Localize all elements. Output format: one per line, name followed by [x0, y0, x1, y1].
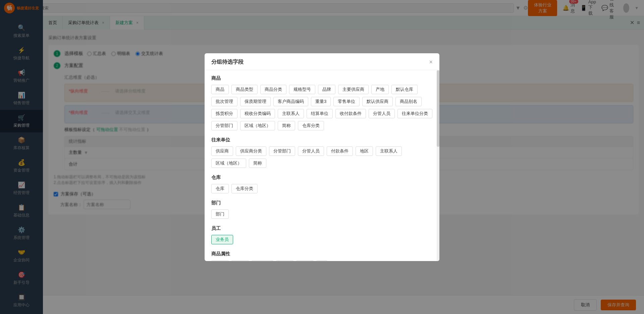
field-tag-contact-person[interactable]: 主联系人: [376, 146, 402, 156]
field-tag-retail-unit[interactable]: 零售单位: [333, 97, 360, 106]
modal-close-btn[interactable]: ×: [429, 59, 433, 65]
modal-header: 分组待选字段 ×: [205, 53, 439, 70]
field-tag-default-supplier[interactable]: 默认供应商: [362, 97, 393, 106]
field-tag-brand[interactable]: 品牌: [318, 85, 335, 94]
field-tag-short-name2[interactable]: 简称: [249, 159, 266, 168]
field-tag-payment-terms[interactable]: 收付款条件: [335, 109, 366, 118]
field-tag-pickup-points[interactable]: 拣货积分: [211, 109, 237, 118]
field-tag-color[interactable]: 颜色: [231, 260, 249, 261]
field-tag-area[interactable]: 地区: [356, 146, 373, 156]
scrollbar-track: [437, 70, 439, 261]
field-tag-warehouse[interactable]: 仓库: [211, 184, 229, 193]
field-tag-batch-mgmt[interactable]: 批次管理: [211, 97, 237, 106]
field-section-title-product-attr: 商品属性: [211, 251, 433, 257]
field-tag-main-supplier[interactable]: 主要供应商: [338, 85, 369, 94]
field-section-product-attr: 商品属性 属性 颜色 多规格 尺码 鞋码 1: [211, 251, 433, 261]
field-tag-short-name[interactable]: 简称: [278, 121, 295, 130]
field-tag-payment-condition[interactable]: 付款条件: [327, 146, 353, 156]
field-tag-weight3[interactable]: 重量3: [311, 97, 331, 106]
field-tag-product-type[interactable]: 商品类型: [231, 85, 258, 94]
field-tag-dept[interactable]: 部门: [211, 209, 229, 219]
field-section-title-product: 商品: [211, 75, 433, 81]
field-section-title-staff: 员工: [211, 226, 433, 232]
field-tag-settlement-unit[interactable]: 结算单位: [307, 109, 333, 118]
field-tag-attr[interactable]: 属性: [211, 260, 229, 261]
field-tag-main-contact[interactable]: 主联系人: [278, 109, 304, 118]
field-tag-region[interactable]: 区域（地区）: [240, 121, 275, 130]
field-tag-default-warehouse[interactable]: 默认仓库: [391, 85, 418, 94]
field-tag-source-unit-cat[interactable]: 往来单位分类: [397, 109, 432, 118]
modal-title: 分组待选字段: [211, 59, 244, 66]
field-section-title-dept: 部门: [211, 200, 433, 206]
field-tag-mgmt-person[interactable]: 分管人员: [298, 146, 324, 156]
field-section-warehouse: 仓库 仓库 仓库分类: [211, 175, 433, 193]
modal-overlay: 分组待选字段 × 商品 商品 商品类型 商品分类 规格型号 品牌 主要供应商 产…: [0, 0, 644, 314]
field-tag-customer-code[interactable]: 客户商品编码: [273, 97, 308, 106]
field-tag-expiry-mgmt[interactable]: 保质期管理: [240, 97, 271, 106]
field-tags-staff: 业务员: [211, 235, 433, 244]
field-tag-one[interactable]: 1: [316, 260, 327, 261]
scrollbar-thumb[interactable]: [437, 70, 439, 147]
field-tags-product-attr: 属性 颜色 多规格 尺码 鞋码 1: [211, 260, 433, 261]
modal-dialog: 分组待选字段 × 商品 商品 商品类型 商品分类 规格型号 品牌 主要供应商 产…: [205, 53, 439, 261]
field-tag-product-category[interactable]: 商品分类: [260, 85, 286, 94]
field-tag-shoe-code[interactable]: 鞋码: [296, 260, 314, 261]
field-tags-warehouse: 仓库 仓库分类: [211, 184, 433, 193]
field-tag-salesperson[interactable]: 业务员: [211, 235, 233, 244]
field-section-title-warehouse: 仓库: [211, 175, 433, 181]
field-tags-counterparty: 供应商 供应商分类 分管部门 分管人员 付款条件 地区 主联系人 区域（地区） …: [211, 146, 433, 168]
field-tag-supplier-category[interactable]: 供应商分类: [236, 146, 266, 156]
field-tag-region2[interactable]: 区域（地区）: [211, 159, 246, 168]
field-section-dept: 部门 部门: [211, 200, 433, 219]
field-tag-supplier[interactable]: 供应商: [211, 146, 233, 156]
field-tag-product[interactable]: 商品: [211, 85, 229, 94]
field-tag-multi-spec[interactable]: 多规格: [252, 260, 273, 261]
field-tag-product-alias[interactable]: 商品别名: [395, 97, 422, 106]
field-section-product: 商品 商品 商品类型 商品分类 规格型号 品牌 主要供应商 产地 默认仓库 批次…: [211, 75, 433, 130]
modal-body[interactable]: 商品 商品 商品类型 商品分类 规格型号 品牌 主要供应商 产地 默认仓库 批次…: [205, 70, 439, 261]
field-section-staff: 员工 业务员: [211, 226, 433, 244]
field-tag-warehouse-category[interactable]: 仓库分类: [298, 121, 324, 130]
field-tag-supervisor-dept[interactable]: 分管部门: [211, 121, 237, 130]
field-tag-supervisor[interactable]: 分管人员: [369, 109, 395, 118]
field-section-counterparty: 往来单位 供应商 供应商分类 分管部门 分管人员 付款条件 地区 主联系人 区域…: [211, 137, 433, 168]
field-tag-mgmt-dept[interactable]: 分管部门: [269, 146, 295, 156]
field-section-title-counterparty: 往来单位: [211, 137, 433, 143]
field-tags-dept: 部门: [211, 209, 433, 219]
field-tag-tax-code[interactable]: 税收分类编码: [240, 109, 275, 118]
field-tag-origin[interactable]: 产地: [371, 85, 389, 94]
field-tag-spec-type[interactable]: 规格型号: [289, 85, 315, 94]
field-tags-product: 商品 商品类型 商品分类 规格型号 品牌 主要供应商 产地 默认仓库 批次管理 …: [211, 85, 433, 130]
field-tag-size[interactable]: 尺码: [276, 260, 293, 261]
field-tag-warehouse-cat[interactable]: 仓库分类: [231, 184, 258, 193]
